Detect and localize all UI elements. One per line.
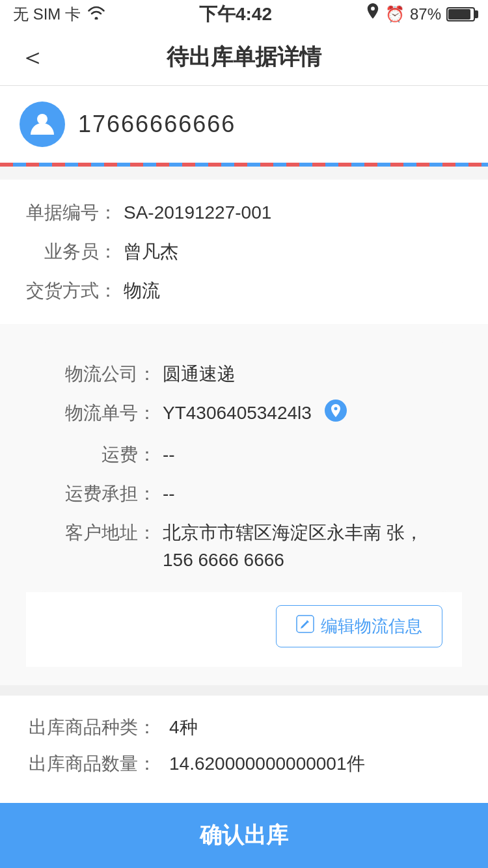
logistics-company-value: 圆通速递: [163, 360, 423, 388]
nav-bar: ＜ 待出库单据详情: [0, 29, 488, 86]
freight-bearer-value: --: [163, 480, 423, 508]
edit-logistics-label: 编辑物流信息: [321, 615, 422, 638]
product-quantity-value: 14.620000000000001件: [169, 752, 462, 776]
logistics-section: 物流公司： 圆通速递 物流单号： YT43064053424l3 运费：: [0, 324, 488, 685]
page-title: 待出库单据详情: [167, 42, 321, 72]
alarm-status-icon: ⏰: [385, 5, 405, 23]
status-bar: 无 SIM 卡 下午4:42 ⏰ 87%: [0, 0, 488, 29]
confirm-button[interactable]: 确认出库: [0, 803, 488, 868]
tracking-value: YT43064053424l3: [163, 400, 423, 429]
dashed-divider: [0, 163, 488, 167]
freight-bearer-row: 运费承担： --: [65, 480, 423, 508]
edit-icon: [296, 615, 314, 638]
wifi-icon: [87, 5, 105, 23]
edit-btn-container: 编辑物流信息: [26, 592, 462, 667]
location-status-icon: [366, 3, 380, 25]
product-type-row: 出库商品种类： 4种: [26, 715, 462, 740]
tracking-row: 物流单号： YT43064053424l3: [65, 400, 423, 429]
user-section: 17666666666: [0, 86, 488, 163]
user-phone: 17666666666: [78, 111, 236, 138]
battery-text: 87%: [410, 5, 441, 23]
product-quantity-row: 出库商品数量： 14.620000000000001件: [26, 752, 462, 776]
products-section: 出库商品种类： 4种 出库商品数量： 14.620000000000001件: [0, 696, 488, 796]
section-divider: [0, 685, 488, 696]
person-icon: [28, 110, 57, 139]
product-type-label: 出库商品种类：: [26, 715, 156, 740]
freight-label: 运费：: [65, 441, 156, 468]
tracking-label: 物流单号：: [65, 400, 156, 427]
salesperson-row: 业务员： 曾凡杰: [26, 238, 462, 265]
edit-logistics-button[interactable]: 编辑物流信息: [276, 605, 442, 647]
order-info-section: 单据编号： SA-20191227-001 业务员： 曾凡杰 交货方式： 物流: [0, 180, 488, 324]
delivery-label: 交货方式：: [26, 277, 117, 305]
confirm-label: 确认出库: [200, 821, 288, 850]
freight-row: 运费： --: [65, 441, 423, 468]
map-pin-icon[interactable]: [325, 400, 347, 429]
salesperson-label: 业务员：: [26, 238, 117, 265]
salesperson-value: 曾凡杰: [124, 238, 462, 265]
product-quantity-label: 出库商品数量：: [26, 752, 156, 776]
freight-value: --: [163, 441, 423, 468]
status-carrier: 无 SIM 卡: [13, 4, 105, 25]
status-time: 下午4:42: [199, 2, 272, 27]
order-no-label: 单据编号：: [26, 199, 117, 226]
svg-point-0: [37, 114, 47, 124]
delivery-value: 物流: [124, 277, 462, 305]
order-no-row: 单据编号： SA-20191227-001: [26, 199, 462, 226]
address-value: 北京市市辖区海淀区永丰南 张，156 6666 6666: [163, 519, 423, 574]
logistics-company-row: 物流公司： 圆通速递: [65, 360, 423, 388]
address-row: 客户地址： 北京市市辖区海淀区永丰南 张，156 6666 6666: [65, 519, 423, 574]
order-no-value: SA-20191227-001: [124, 199, 462, 226]
status-right: ⏰ 87%: [366, 3, 475, 25]
logistics-company-label: 物流公司：: [65, 360, 156, 388]
back-button[interactable]: ＜: [20, 39, 46, 75]
address-label: 客户地址：: [65, 519, 156, 547]
product-type-value: 4种: [169, 715, 462, 740]
carrier-text: 无 SIM 卡: [13, 4, 81, 25]
delivery-row: 交货方式： 物流: [26, 277, 462, 305]
freight-bearer-label: 运费承担：: [65, 480, 156, 508]
battery-icon: [446, 7, 475, 21]
user-avatar: [20, 102, 65, 147]
